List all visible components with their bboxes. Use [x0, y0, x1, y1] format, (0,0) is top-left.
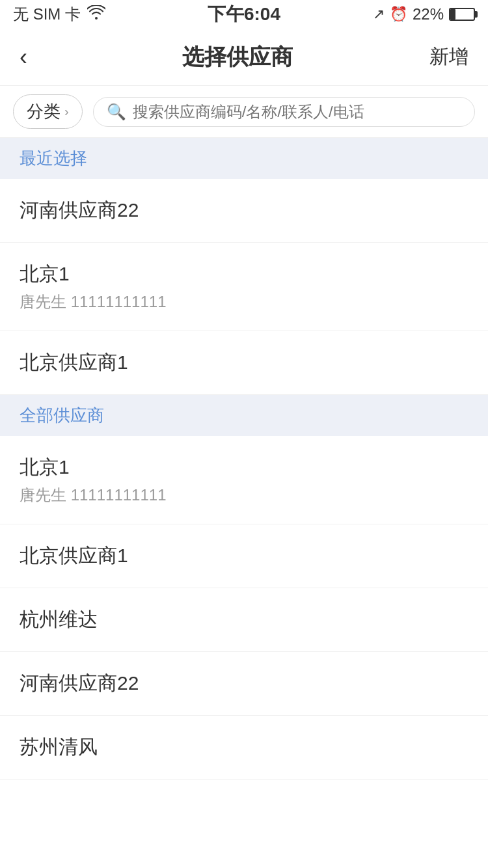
add-button[interactable]: 新增 — [416, 44, 468, 70]
item-name: 杭州维达 — [20, 606, 468, 633]
category-label: 分类 — [27, 100, 61, 123]
wifi-icon — [87, 5, 105, 23]
battery-percent: 22% — [413, 5, 444, 23]
all-items-list: 北京1唐先生 11111111111北京供应商1杭州维达河南供应商22苏州清风 — [0, 436, 488, 780]
recent-section-header: 最近选择 — [0, 138, 488, 179]
recent-items-list: 河南供应商22北京1唐先生 11111111111北京供应商1 — [0, 179, 488, 395]
item-name: 河南供应商22 — [20, 670, 468, 697]
list-item[interactable]: 北京供应商1 — [0, 331, 488, 395]
search-input[interactable] — [133, 103, 461, 121]
category-button[interactable]: 分类 › — [13, 94, 83, 129]
list-item[interactable]: 北京供应商1 — [0, 524, 488, 588]
filter-bar: 分类 › 🔍 — [0, 86, 488, 138]
status-time: 下午6:04 — [208, 2, 280, 27]
status-left: 无 SIM 卡 — [13, 4, 105, 25]
all-section-label: 全部供应商 — [20, 405, 104, 425]
item-name: 苏州清风 — [20, 734, 468, 761]
status-right: ↗ ⏰ 22% — [373, 5, 475, 23]
page-title: 选择供应商 — [182, 42, 293, 72]
status-bar: 无 SIM 卡 下午6:04 ↗ ⏰ 22% — [0, 0, 488, 29]
battery-icon — [449, 8, 475, 21]
list-item[interactable]: 苏州清风 — [0, 716, 488, 780]
search-icon: 🔍 — [107, 103, 126, 121]
location-icon: ↗ — [373, 6, 385, 23]
back-button[interactable]: ‹ — [20, 44, 59, 71]
item-name: 北京供应商1 — [20, 349, 468, 376]
search-box: 🔍 — [93, 97, 475, 127]
item-sub: 唐先生 11111111111 — [20, 292, 468, 312]
item-name: 河南供应商22 — [20, 197, 468, 224]
alarm-icon: ⏰ — [390, 6, 407, 23]
item-name: 北京1 — [20, 261, 468, 288]
list-item[interactable]: 北京1唐先生 11111111111 — [0, 436, 488, 524]
nav-bar: ‹ 选择供应商 新增 — [0, 29, 488, 86]
item-sub: 唐先生 11111111111 — [20, 485, 468, 506]
list-item[interactable]: 河南供应商22 — [0, 652, 488, 716]
list-item[interactable]: 河南供应商22 — [0, 179, 488, 243]
list-item[interactable]: 杭州维达 — [0, 588, 488, 652]
no-sim-label: 无 SIM 卡 — [13, 4, 81, 25]
list-item[interactable]: 北京1唐先生 11111111111 — [0, 243, 488, 331]
item-name: 北京供应商1 — [20, 543, 468, 569]
chevron-right-icon: › — [64, 104, 69, 119]
all-section-header: 全部供应商 — [0, 395, 488, 436]
item-name: 北京1 — [20, 454, 468, 481]
recent-section-label: 最近选择 — [20, 148, 87, 168]
